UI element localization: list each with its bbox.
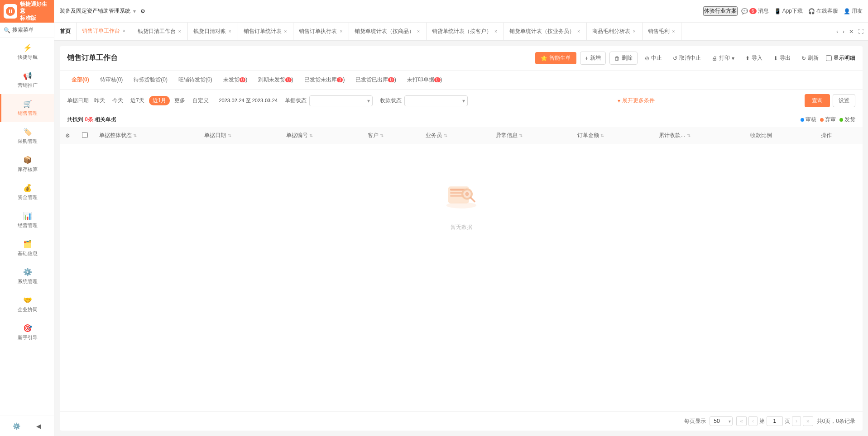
sidebar-item-finance[interactable]: 💰资金管理	[0, 178, 54, 206]
status-select[interactable]	[309, 95, 373, 106]
sidebar-item-sales[interactable]: 🛒销售管理	[0, 94, 54, 122]
select-all-checkbox[interactable]	[82, 132, 88, 138]
sidebar-item-newbie[interactable]: 🎯新手引导	[0, 318, 54, 346]
add-button[interactable]: + 新增	[580, 52, 606, 65]
export-button[interactable]: ⬇ 导出	[770, 52, 794, 64]
filter-tab-all[interactable]: 全部(0)	[67, 74, 94, 85]
user-action[interactable]: 👤 用友	[844, 7, 863, 15]
app-download-action[interactable]: 📱 App下载	[774, 7, 803, 15]
tab-sales-profit[interactable]: 销售毛利×	[643, 23, 682, 41]
collapse-icon[interactable]: ◀	[34, 421, 43, 431]
tab-maximize-icon[interactable]: ⛶	[856, 27, 865, 37]
tab-sales-summary-customer[interactable]: 销货单统计表（按客户）×	[427, 23, 504, 41]
nav-icon-enterprise: 🤝	[23, 296, 32, 304]
tab-home[interactable]: 首页	[54, 23, 77, 41]
tab-close-product-margin[interactable]: ×	[632, 28, 637, 35]
sidebar-item-inventory[interactable]: 📦库存核算	[0, 150, 54, 178]
tab-sales-summary-staff[interactable]: 销货单统计表（按业务员）×	[504, 23, 587, 41]
sidebar-search[interactable]: 🔍 搜索菜单	[0, 23, 54, 38]
revoke-action[interactable]: 弃审	[820, 116, 836, 123]
settings-icon[interactable]: ⚙️	[11, 421, 22, 431]
sort-amount-icon[interactable]: ⇅	[600, 133, 604, 138]
smart-generate-button[interactable]: ⭐ 智能生单	[535, 52, 576, 64]
filter-tab-overdue-not-shipped[interactable]: 到期未发货0)	[254, 74, 298, 85]
tab-next-icon[interactable]: ›	[841, 27, 846, 37]
expand-button[interactable]: ▾ 展开更多条件	[618, 97, 655, 104]
tab-sales-stats[interactable]: 销售订单统计表×	[238, 23, 294, 41]
sidebar-item-quick-nav[interactable]: ⚡快捷导航	[0, 38, 54, 66]
suspend-button[interactable]: ⊘ 中止	[641, 52, 666, 64]
filter-tab-not-printed[interactable]: 未打印单据0)	[403, 74, 447, 85]
date-opt-近7天[interactable]: 近7天	[128, 96, 147, 105]
tab-close-cash-clear[interactable]: ×	[177, 28, 182, 35]
date-opt-近1月[interactable]: 近1月	[149, 96, 170, 105]
show-detail-label[interactable]: 显示明细	[826, 54, 855, 62]
sidebar-item-marketing[interactable]: 📢营销推广	[0, 66, 54, 94]
tab-close-sales-profit[interactable]: ×	[671, 28, 676, 35]
tab-prev-icon[interactable]: ‹	[834, 27, 840, 37]
cancel-suspend-button[interactable]: ↺ 取消中止	[669, 52, 705, 64]
sort-staff-icon[interactable]: ⇅	[444, 133, 447, 138]
tab-close-cash-account[interactable]: ×	[228, 28, 232, 35]
sort-date-icon[interactable]: ⇅	[228, 133, 231, 138]
gear-settings-icon[interactable]: ⚙	[140, 8, 145, 14]
page-size-select[interactable]: 50 10 20 100	[710, 416, 733, 426]
filter-tab-not-shipped[interactable]: 未发货0)	[219, 74, 252, 85]
set-button[interactable]: 设置	[833, 94, 855, 107]
sort-customer-icon[interactable]: ⇅	[380, 133, 384, 138]
filter-tab-pending-inspect[interactable]: 待拣货验货(0)	[129, 74, 172, 85]
header-dropdown-icon[interactable]: ▾	[133, 8, 136, 14]
tab-close-sales-workbench[interactable]: ×	[122, 28, 126, 34]
tab-close-sales-summary-staff[interactable]: ×	[576, 28, 581, 35]
date-opt-更多[interactable]: 更多	[172, 96, 188, 105]
sidebar-item-purchase[interactable]: 🏷️采购管理	[0, 122, 54, 150]
message-action[interactable]: 💬 6 消息	[741, 7, 769, 15]
tab-sales-exec[interactable]: 销售订单执行表×	[293, 23, 349, 41]
import-button[interactable]: ⬆ 导入	[742, 52, 766, 64]
first-page-button[interactable]: «	[736, 416, 747, 426]
tab-sales-summary-product[interactable]: 销货单统计表（按商品）×	[349, 23, 427, 41]
tab-close-sales-exec[interactable]: ×	[339, 28, 343, 35]
delete-button[interactable]: 🗑 删除	[609, 52, 638, 65]
tab-close-sales-stats[interactable]: ×	[283, 28, 288, 35]
online-service-action[interactable]: 🎧 在线客服	[808, 7, 838, 15]
filter-tab-shipped-not-in[interactable]: 已发货未出库0)	[300, 74, 350, 85]
experience-button[interactable]: 体验行业方案	[703, 6, 738, 16]
filter-tab-shipped-in[interactable]: 已发货已出库0)	[351, 74, 401, 85]
tab-close-sales-summary-customer[interactable]: ×	[494, 28, 498, 35]
filter-tab-pending-review[interactable]: 待审核(0)	[96, 74, 128, 85]
sort-status-icon[interactable]: ⇅	[133, 133, 137, 138]
sort-collected-icon[interactable]: ⇅	[687, 133, 691, 138]
tab-sales-workbench[interactable]: 销售订单工作台×	[77, 23, 132, 41]
prev-page-button[interactable]: ‹	[748, 416, 758, 426]
refresh-button[interactable]: ↻ 刷新	[798, 52, 822, 64]
show-detail-checkbox[interactable]	[826, 55, 832, 61]
next-page-button[interactable]: ›	[792, 416, 801, 426]
badge-not-printed: 0	[434, 77, 441, 82]
page-input[interactable]	[767, 416, 783, 426]
filter-tab-wangpu-pending[interactable]: 旺铺待发货(0)	[174, 74, 217, 85]
sidebar-item-basic[interactable]: 🗂️基础信息	[0, 234, 54, 262]
tab-cash-clear[interactable]: 钱货日清工作台×	[132, 23, 188, 41]
date-opt-昨天[interactable]: 昨天	[91, 96, 108, 105]
review-action[interactable]: 审核	[801, 116, 816, 123]
sidebar-item-operation[interactable]: 📊经营管理	[0, 206, 54, 234]
sort-number-icon[interactable]: ⇅	[309, 133, 313, 138]
date-opt-自定义[interactable]: 自定义	[190, 96, 211, 105]
date-opt-今天[interactable]: 今天	[110, 96, 126, 105]
main-area: 装备及固定资产辅助管理系统 ▾ ⚙ 体验行业方案 💬 6 消息 📱 App下载 …	[54, 0, 868, 436]
ship-action[interactable]: 发货	[839, 116, 855, 123]
tab-close-sales-summary-product[interactable]: ×	[416, 28, 421, 35]
tab-close-all-icon[interactable]: ✕	[847, 27, 855, 37]
nav-label-quick-nav: 快捷导航	[18, 54, 38, 61]
tab-product-margin[interactable]: 商品毛利分析表×	[587, 23, 643, 41]
print-button[interactable]: 🖨 打印 ▾	[708, 52, 738, 64]
tab-cash-account[interactable]: 钱货日清对账×	[188, 23, 238, 41]
query-button[interactable]: 查询	[805, 94, 830, 107]
column-settings-icon[interactable]: ⚙	[65, 133, 70, 139]
sort-exception-icon[interactable]: ⇅	[519, 133, 523, 138]
sidebar-item-system[interactable]: ⚙️系统管理	[0, 262, 54, 290]
collect-select[interactable]	[404, 95, 468, 106]
sidebar-item-enterprise[interactable]: 🤝企业协同	[0, 290, 54, 318]
last-page-button[interactable]: »	[803, 416, 813, 426]
